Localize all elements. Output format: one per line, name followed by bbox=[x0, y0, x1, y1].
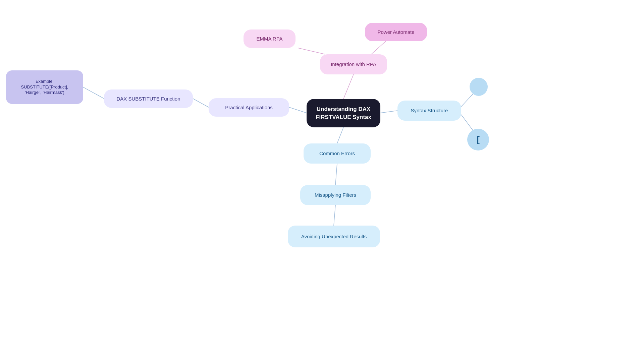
practical-applications-node: Practical Applications bbox=[209, 98, 289, 117]
svg-line-0 bbox=[83, 87, 104, 99]
understanding-dax-node: Understanding DAX FIRSTVALUE Syntax bbox=[307, 99, 380, 127]
svg-line-4 bbox=[298, 48, 325, 54]
syntax-structure-node: Syntax Structure bbox=[397, 101, 461, 121]
svg-line-11 bbox=[334, 205, 335, 226]
integration-rpa-node: Integration with RPA bbox=[320, 54, 387, 74]
emma-rpa-node: EMMA RPA bbox=[244, 29, 296, 48]
svg-line-3 bbox=[343, 74, 354, 99]
svg-line-10 bbox=[335, 164, 337, 185]
dax-substitute-node: DAX SUBSTITUTE Function bbox=[104, 89, 193, 108]
small-circle-top-node bbox=[470, 78, 488, 96]
common-errors-node: Common Errors bbox=[304, 143, 371, 164]
avoiding-unexpected-node: Avoiding Unexpected Results bbox=[288, 226, 380, 247]
bracket-node: [ bbox=[467, 129, 489, 150]
misapplying-filters-node: Misapplying Filters bbox=[300, 185, 371, 205]
svg-line-9 bbox=[337, 127, 343, 143]
svg-line-2 bbox=[289, 107, 307, 113]
power-automate-node: Power Automate bbox=[365, 23, 427, 41]
svg-line-6 bbox=[380, 111, 397, 113]
example-node: Example: SUBSTITUTE([Product], 'Hairgel'… bbox=[6, 70, 83, 104]
connections-layer bbox=[0, 0, 644, 363]
svg-line-1 bbox=[193, 99, 209, 107]
